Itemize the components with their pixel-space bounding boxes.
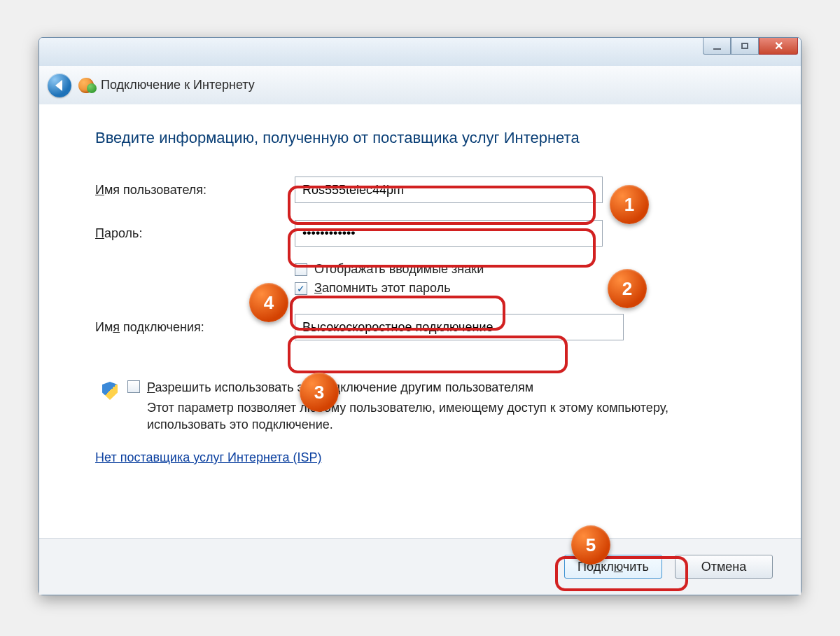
label-password: Пароль: (95, 226, 295, 241)
row-username: Имя пользователя: (95, 175, 752, 205)
titlebar (39, 38, 801, 66)
password-input[interactable] (295, 220, 603, 247)
show-chars-label: Отображать вводимые знаки (314, 262, 484, 277)
back-button[interactable] (48, 74, 71, 97)
no-isp-link[interactable]: Нет поставщика услуг Интернета (ISP) (95, 450, 321, 465)
row-connection-name: Имя подключения: (95, 312, 752, 342)
row-remember-pw: ✓ Запомнить этот пароль (295, 281, 752, 296)
network-globe-icon (78, 78, 94, 93)
label-username: Имя пользователя: (95, 183, 295, 198)
maximize-button[interactable] (731, 38, 759, 55)
maximize-icon (741, 43, 748, 49)
connection-name-input[interactable] (295, 314, 624, 340)
allow-others-description: Этот параметр позволяет любому пользоват… (147, 399, 701, 434)
row-show-chars: Отображать вводимые знаки (295, 262, 752, 277)
row-password: Пароль: (95, 219, 752, 248)
page-heading: Введите информацию, полученную от постав… (95, 129, 752, 147)
minimize-icon (713, 48, 721, 50)
username-input[interactable] (295, 177, 603, 203)
navbar: Подключение к Интернету (39, 66, 801, 105)
remember-pw-checkbox[interactable]: ✓ (295, 282, 307, 295)
minimize-button[interactable] (703, 38, 731, 55)
back-arrow-icon (55, 80, 62, 91)
remember-pw-label: Запомнить этот пароль (314, 281, 451, 296)
dialog-window: Подключение к Интернету Введите информац… (38, 37, 802, 595)
content-area: Введите информацию, полученную от постав… (39, 104, 801, 539)
shield-icon (102, 382, 118, 400)
label-connection-name: Имя подключения: (95, 320, 295, 335)
show-chars-checkbox[interactable] (295, 263, 307, 276)
allow-others-block: Разрешить использовать это подключение д… (102, 380, 752, 434)
close-button[interactable] (759, 38, 798, 55)
allow-others-checkbox[interactable] (127, 380, 140, 393)
window-title: Подключение к Интернету (101, 78, 255, 92)
caption-buttons (703, 38, 798, 55)
cancel-button[interactable]: Отмена (675, 555, 773, 579)
connect-button[interactable]: Подключить (564, 555, 662, 579)
close-icon (774, 39, 783, 53)
footer: Подключить Отмена (39, 538, 801, 595)
allow-others-label: Разрешить использовать это подключение д… (147, 380, 533, 395)
